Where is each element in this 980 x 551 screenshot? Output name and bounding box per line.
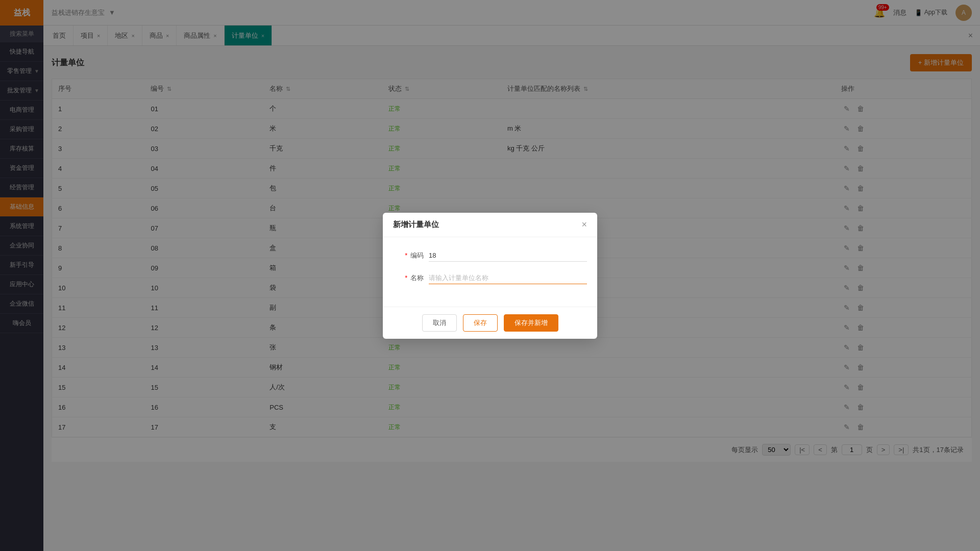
modal-close-button[interactable]: × xyxy=(581,220,587,229)
modal-title: 新增计量单位 xyxy=(393,220,439,230)
save-continue-button[interactable]: 保存并新增 xyxy=(504,314,558,332)
modal-overlay[interactable]: 新增计量单位 × * 编码 * 名称 取消 保存 保存并新增 xyxy=(0,0,980,551)
modal-add-unit: 新增计量单位 × * 编码 * 名称 取消 保存 保存并新增 xyxy=(383,213,597,339)
save-button[interactable]: 保存 xyxy=(463,314,498,332)
form-row-code: * 编码 xyxy=(393,249,587,262)
required-mark-name: * xyxy=(405,274,407,282)
modal-body: * 编码 * 名称 xyxy=(383,237,597,307)
form-row-name: * 名称 xyxy=(393,272,587,284)
cancel-button[interactable]: 取消 xyxy=(422,314,457,332)
modal-header: 新增计量单位 × xyxy=(383,213,597,237)
name-label: * 名称 xyxy=(393,273,424,283)
required-mark-code: * xyxy=(405,252,407,259)
name-input[interactable] xyxy=(429,272,587,284)
code-label: * 编码 xyxy=(393,251,424,260)
modal-footer: 取消 保存 保存并新增 xyxy=(383,307,597,339)
code-input[interactable] xyxy=(429,249,587,262)
